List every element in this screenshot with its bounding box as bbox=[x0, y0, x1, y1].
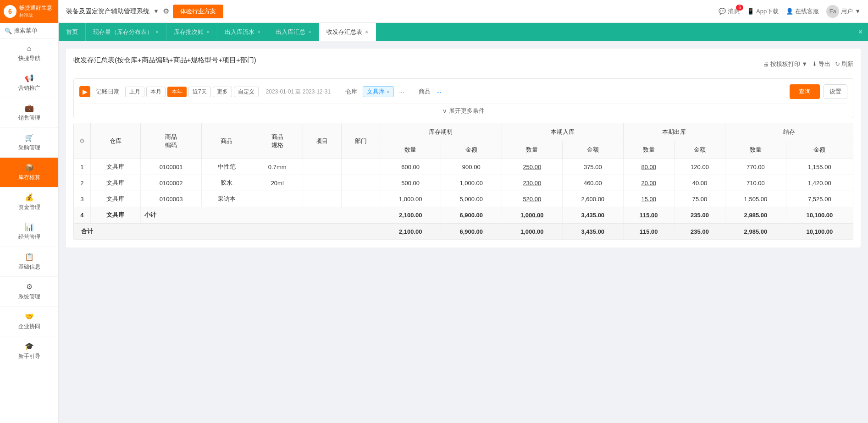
system-title: 装备及固定资产辅助管理系统 bbox=[66, 7, 149, 16]
cell-open-amt: 1,000.00 bbox=[441, 175, 502, 191]
message-icon: 💬 bbox=[719, 8, 726, 15]
total-out-qty: 115.00 bbox=[623, 223, 674, 240]
print-chevron-icon: ▼ bbox=[802, 60, 807, 67]
cell-end-qty: 1,505.00 bbox=[725, 191, 786, 207]
expand-arrow-icon: ∨ bbox=[442, 108, 447, 115]
tab-batch-account-close[interactable]: × bbox=[206, 29, 210, 35]
col-end-qty: 数量 bbox=[725, 141, 786, 159]
cell-no: 1 bbox=[74, 159, 90, 175]
app-download-btn[interactable]: 📱 App下载 bbox=[747, 7, 779, 16]
search-menu[interactable]: 🔍 搜索菜单 bbox=[0, 23, 58, 39]
newbie-icon: 🎓 bbox=[25, 342, 34, 351]
total-in-qty: 1,000.00 bbox=[502, 223, 563, 240]
col-goods-name: 商品 bbox=[201, 123, 252, 159]
subtotal-out-amt: 235.00 bbox=[674, 207, 725, 224]
experience-btn[interactable]: 体验行业方案 bbox=[173, 5, 223, 18]
total-row: 合计 2,100.00 6,900.00 1,000.00 3,435.00 1… bbox=[74, 223, 853, 240]
col-in-qty: 数量 bbox=[502, 141, 563, 159]
sidebar-item-enterprise[interactable]: 🤝 企业协同 bbox=[0, 307, 58, 336]
tab-in-out-flow-close[interactable]: × bbox=[257, 29, 260, 35]
date-custom-btn[interactable]: 自定义 bbox=[234, 87, 259, 97]
sidebar-item-quick-nav[interactable]: ⌂ 快捷导航 bbox=[0, 39, 58, 68]
logo-icon: 6 bbox=[4, 5, 17, 18]
cell-department bbox=[342, 159, 380, 175]
tab-in-out-flow[interactable]: 出入库流水 × bbox=[217, 23, 268, 41]
date-label: 记账日期 bbox=[96, 88, 120, 96]
expand-label: 展开更多条件 bbox=[449, 107, 485, 115]
cell-out-qty[interactable]: 80.00 bbox=[623, 159, 674, 175]
cell-project bbox=[303, 175, 341, 191]
date-last-month-btn[interactable]: 上月 bbox=[125, 87, 144, 97]
date-more-btn[interactable]: 更多 bbox=[213, 87, 232, 97]
refresh-btn[interactable]: ↻ 刷新 bbox=[835, 60, 853, 68]
cell-warehouse: 文具库 bbox=[90, 159, 141, 175]
tab-inventory-dist-close[interactable]: × bbox=[155, 29, 159, 35]
cell-end-amt: 1,420.00 bbox=[786, 175, 853, 191]
tab-collect-summary-label: 收发存汇总表 bbox=[326, 28, 362, 36]
online-service-btn[interactable]: 👤 在线客服 bbox=[786, 7, 819, 16]
sidebar-item-basic-info[interactable]: 📋 基础信息 bbox=[0, 247, 58, 277]
data-table-container: ⚙ 仓库 商品编码 商品 商品规格 项目 部门 库存期初 本期入库 本期出库 结… bbox=[73, 123, 853, 240]
col-end-amt: 金额 bbox=[786, 141, 853, 159]
cell-end-qty: 710.00 bbox=[725, 175, 786, 191]
sidebar-item-newbie[interactable]: 🎓 新手引导 bbox=[0, 336, 58, 366]
col-settings[interactable]: ⚙ bbox=[74, 123, 90, 159]
tab-collect-summary-close[interactable]: × bbox=[365, 29, 368, 35]
cell-goods-spec bbox=[252, 191, 303, 207]
tab-in-out-summary-close[interactable]: × bbox=[308, 29, 311, 35]
goods-more-btn[interactable]: ··· bbox=[436, 88, 441, 95]
export-icon: ⬇ bbox=[812, 60, 817, 67]
system-dropdown[interactable]: ▼ bbox=[153, 8, 159, 15]
message-btn[interactable]: 💬 消息 6 bbox=[719, 7, 740, 16]
sidebar-label-purchase: 采购管理 bbox=[18, 144, 40, 152]
subtotal-in-qty[interactable]: 1,000.00 bbox=[502, 207, 563, 224]
sidebar-item-finance[interactable]: 💰 资金管理 bbox=[0, 187, 58, 217]
subtotal-open-amt: 6,900.00 bbox=[441, 207, 502, 224]
cell-goods-code: 0100001 bbox=[141, 159, 202, 175]
col-in-amt: 金额 bbox=[563, 141, 624, 159]
warehouse-tag-close[interactable]: × bbox=[387, 89, 389, 94]
date-7days-btn[interactable]: 近7天 bbox=[188, 87, 211, 97]
col-group-out: 本期出库 bbox=[623, 123, 725, 141]
cell-in-qty[interactable]: 230.00 bbox=[502, 175, 563, 191]
goods-label: 商品 bbox=[419, 88, 431, 96]
expand-conditions-btn[interactable]: ∨ 展开更多条件 bbox=[79, 104, 847, 118]
sidebar-label-sales: 销售管理 bbox=[18, 114, 40, 122]
cell-out-qty[interactable]: 20.00 bbox=[623, 175, 674, 191]
tabs-close-all-btn[interactable]: × bbox=[853, 28, 868, 36]
filter-toggle-btn[interactable]: ▶ bbox=[79, 86, 90, 97]
date-this-year-btn[interactable]: 本年 bbox=[167, 87, 187, 97]
settings-icon[interactable]: ⚙ bbox=[163, 7, 169, 16]
sidebar-item-sales[interactable]: 💼 销售管理 bbox=[0, 98, 58, 128]
subtotal-row: 4 文具库 小计 2,100.00 6,900.00 1,000.00 3,43… bbox=[74, 207, 853, 224]
total-open-amt: 6,900.00 bbox=[441, 223, 502, 240]
tab-inventory-dist[interactable]: 现存量（库存分布表） × bbox=[86, 23, 166, 41]
sidebar-item-operations[interactable]: 📊 经营管理 bbox=[0, 217, 58, 247]
online-service-label: 在线客服 bbox=[795, 7, 819, 16]
cell-in-qty[interactable]: 520.00 bbox=[502, 191, 563, 207]
subtotal-out-qty[interactable]: 115.00 bbox=[623, 207, 674, 224]
tab-home[interactable]: 首页 bbox=[59, 23, 86, 41]
user-menu[interactable]: Ea 用户 ▼ bbox=[826, 5, 861, 18]
cell-out-amt: 40.00 bbox=[674, 175, 725, 191]
warehouse-more-btn[interactable]: ··· bbox=[399, 88, 404, 95]
query-btn[interactable]: 查询 bbox=[790, 84, 820, 99]
export-btn[interactable]: ⬇ 导出 bbox=[812, 60, 830, 68]
print-template-btn[interactable]: 🖨 按模板打印 ▼ bbox=[763, 60, 807, 68]
sidebar-item-purchase[interactable]: 🛒 采购管理 bbox=[0, 128, 58, 158]
sidebar-item-system[interactable]: ⚙ 系统管理 bbox=[0, 277, 58, 307]
tab-collect-summary[interactable]: 收发存汇总表 × bbox=[319, 23, 376, 41]
logo-title: 畅捷通好生意 bbox=[19, 5, 52, 12]
cell-in-qty[interactable]: 250.00 bbox=[502, 159, 563, 175]
table-settings-btn[interactable]: 设置 bbox=[824, 84, 847, 99]
sidebar-item-marketing[interactable]: 📢 营销推广 bbox=[0, 68, 58, 98]
date-this-month-btn[interactable]: 本月 bbox=[146, 87, 166, 97]
subtotal-warehouse: 文具库 bbox=[90, 207, 141, 224]
tab-in-out-summary[interactable]: 出入库汇总 × bbox=[268, 23, 319, 41]
tab-batch-account[interactable]: 库存批次账 × bbox=[166, 23, 217, 41]
cell-out-qty[interactable]: 15.00 bbox=[623, 191, 674, 207]
tab-inventory-dist-label: 现存量（库存分布表） bbox=[93, 28, 153, 36]
col-department: 部门 bbox=[342, 123, 380, 159]
tabs-bar: 首页 现存量（库存分布表） × 库存批次账 × 出入库流水 × 出入库汇总 × … bbox=[59, 23, 868, 41]
sidebar-item-inventory[interactable]: 📦 库存核算 bbox=[0, 158, 58, 187]
